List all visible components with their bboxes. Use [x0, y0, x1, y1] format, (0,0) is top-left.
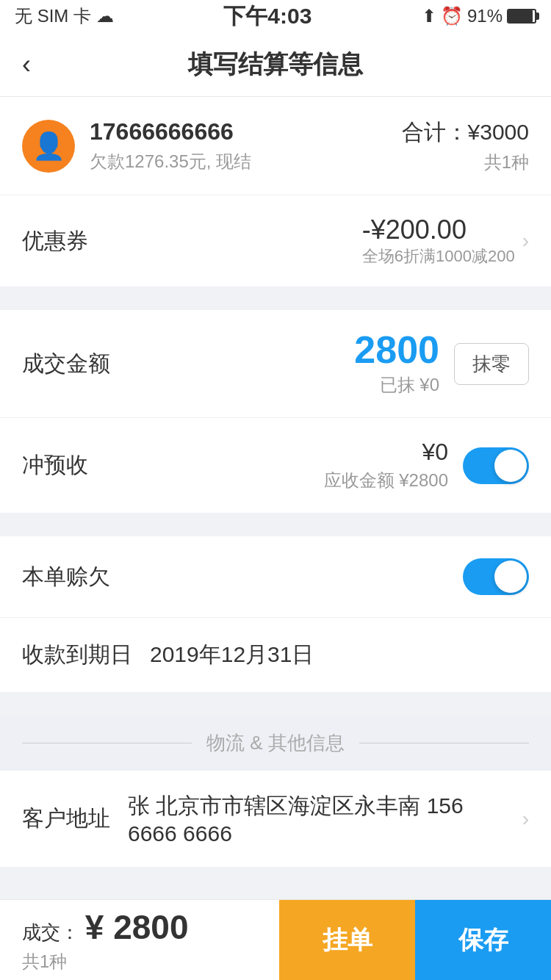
coupon-right: -¥200.00 全场6折满1000减200 › — [362, 215, 529, 267]
customer-row: 👤 17666666666 欠款1276.35元, 现结 合计：¥3000 共1… — [0, 97, 551, 195]
status-time: 下午4:03 — [223, 1, 311, 32]
deal-amount-value: 2800 — [354, 331, 439, 369]
avatar-icon: 👤 — [32, 131, 65, 162]
bottom-deal-amount: ¥ 2800 — [85, 908, 189, 946]
nav-bar: ‹ 填写结算等信息 — [0, 32, 551, 97]
precollect-sub: 应收金额 ¥2800 — [324, 469, 448, 492]
page-title: 填写结算等信息 — [66, 48, 485, 82]
divider-line-left — [22, 743, 192, 743]
arrearage-row: 本单赊欠 — [0, 536, 551, 617]
spacer3 — [0, 704, 551, 716]
bottom-deal-count: 共1种 — [22, 950, 257, 973]
precollect-value: ¥0 — [324, 439, 448, 466]
customer-debt: 欠款1276.35元, 现结 — [90, 150, 402, 173]
bottom-deal-label: 成交： — [22, 921, 79, 943]
divider-text: 物流 & 其他信息 — [192, 730, 359, 756]
chevron-right-icon: › — [522, 229, 529, 253]
arrearage-toggle-knob — [494, 561, 527, 593]
customer-section: 👤 17666666666 欠款1276.35元, 现结 合计：¥3000 共1… — [0, 97, 551, 287]
deal-amount-right: 2800 已抹 ¥0 抹零 — [354, 331, 529, 397]
bottom-bar: 成交： ¥ 2800 共1种 挂单 保存 — [0, 899, 551, 980]
back-button[interactable]: ‹ — [22, 49, 66, 80]
battery-icon — [507, 9, 536, 24]
status-left: 无 SIM 卡 ☁ — [15, 4, 114, 28]
divider-label: 物流 & 其他信息 — [0, 716, 551, 771]
coupon-row[interactable]: 优惠券 -¥200.00 全场6折满1000减200 › — [0, 195, 551, 287]
battery-label: 91% — [467, 6, 503, 26]
bottom-deal-row: 成交： ¥ 2800 — [22, 907, 257, 947]
address-section: 客户地址 张 北京市市辖区海淀区永丰南 156 6666 6666 › — [0, 771, 551, 867]
alarm-icon: ⏰ — [441, 6, 463, 26]
address-value: 张 北京市市辖区海淀区永丰南 156 6666 6666 — [128, 791, 515, 846]
customer-phone: 17666666666 — [90, 118, 402, 145]
deal-amount-row: 成交金额 2800 已抹 ¥0 抹零 — [0, 310, 551, 417]
duedate-value: 2019年12月31日 — [150, 640, 314, 670]
status-right: ⬆ ⏰ 91% — [422, 6, 536, 26]
deal-amount-label: 成交金额 — [22, 349, 110, 379]
coupon-desc: 全场6折满1000减200 — [362, 245, 515, 267]
divider-line-right — [359, 743, 529, 743]
duedate-row: 收款到期日 2019年12月31日 — [0, 617, 551, 692]
arrearage-toggle[interactable] — [463, 558, 529, 595]
total-count: 共1种 — [402, 151, 529, 174]
deal-amount-sub: 已抹 ¥0 — [354, 373, 439, 397]
avatar: 👤 — [22, 120, 75, 173]
amount-section: 成交金额 2800 已抹 ¥0 抹零 冲预收 ¥0 应收金额 ¥2800 — [0, 310, 551, 513]
precollect-right: ¥0 应收金额 ¥2800 — [324, 439, 529, 492]
deal-amount-value-wrap: 2800 已抹 ¥0 — [354, 331, 439, 397]
hang-order-button[interactable]: 挂单 — [279, 900, 415, 981]
sim-label: 无 SIM 卡 ☁ — [15, 4, 114, 28]
address-row[interactable]: 客户地址 张 北京市市辖区海淀区永丰南 156 6666 6666 › — [0, 771, 551, 867]
precollect-toggle[interactable] — [463, 447, 529, 484]
customer-total: 合计：¥3000 共1种 — [402, 118, 529, 174]
arrearage-section: 本单赊欠 收款到期日 2019年12月31日 — [0, 536, 551, 692]
precollect-row: 冲预收 ¥0 应收金额 ¥2800 — [0, 417, 551, 513]
location-icon: ⬆ — [422, 6, 436, 26]
address-label: 客户地址 — [22, 804, 110, 834]
coupon-label: 优惠券 — [22, 226, 88, 256]
address-chevron-icon: › — [522, 807, 529, 831]
customer-info: 17666666666 欠款1276.35元, 现结 — [90, 118, 402, 173]
status-bar: 无 SIM 卡 ☁ 下午4:03 ⬆ ⏰ 91% — [0, 0, 551, 32]
arrearage-label: 本单赊欠 — [22, 562, 110, 592]
duedate-label: 收款到期日 — [22, 640, 132, 670]
coupon-discount: -¥200.00 — [362, 215, 509, 245]
precollect-label: 冲预收 — [22, 450, 88, 480]
round-off-button[interactable]: 抹零 — [454, 343, 529, 385]
save-button[interactable]: 保存 — [415, 900, 551, 981]
bottom-summary: 成交： ¥ 2800 共1种 — [0, 907, 279, 973]
total-amount: 合计：¥3000 — [402, 118, 529, 148]
spacer — [0, 298, 551, 310]
precollect-value-wrap: ¥0 应收金额 ¥2800 — [324, 439, 448, 492]
toggle-knob — [494, 450, 527, 482]
spacer2 — [0, 525, 551, 536]
